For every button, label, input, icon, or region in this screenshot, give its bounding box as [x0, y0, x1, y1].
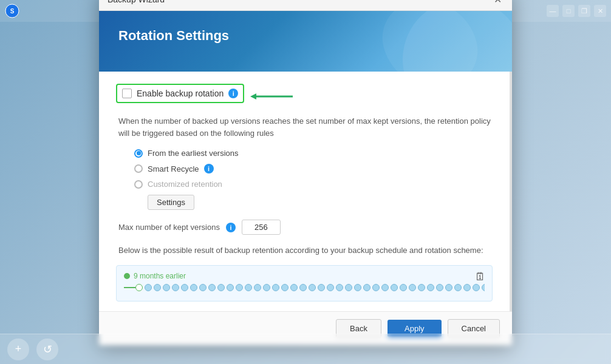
radio-row-smart-recycle: Smart Recycle i — [134, 164, 493, 174]
timeline-circle — [463, 284, 471, 291]
timeline-circle — [299, 284, 307, 291]
timeline-circle — [482, 284, 485, 291]
dialog-body: Enable backup rotation i When the number… — [99, 72, 512, 311]
timeline-circle — [208, 284, 216, 291]
backup-wizard-dialog: Backup Wizard ✕ Rotation Settings Enable… — [99, 0, 512, 345]
radio-from-earliest[interactable] — [134, 149, 143, 158]
timeline-circle — [254, 284, 261, 291]
timeline-circle — [409, 284, 416, 291]
radio-customized[interactable] — [134, 180, 143, 189]
timeline-circle — [372, 284, 380, 291]
enable-rotation-info-icon[interactable]: i — [228, 89, 238, 98]
timeline-label-text: 9 months earlier — [134, 272, 186, 280]
timeline-circle — [263, 284, 270, 291]
timeline-circle — [172, 284, 179, 291]
desktop: S — □ ❐ ✕ Backup Wizard ✕ Rotation Setti… — [0, 0, 611, 364]
timeline-circle — [345, 284, 352, 291]
timeline-circle — [281, 284, 288, 291]
timeline-circle — [327, 284, 334, 291]
max-versions-row: Max number of kept versions i — [116, 220, 493, 235]
timeline-track — [124, 284, 485, 291]
enable-rotation-label: Enable backup rotation — [137, 89, 224, 98]
add-button[interactable]: + — [7, 339, 29, 360]
timeline-circles — [135, 284, 485, 291]
timeline-circle — [318, 284, 325, 291]
settings-button[interactable]: Settings — [148, 195, 194, 210]
max-versions-input[interactable] — [242, 220, 281, 235]
settings-btn-container: Settings — [134, 195, 493, 210]
dialog-header-title: Rotation Settings — [118, 28, 493, 44]
modal-overlay: Backup Wizard ✕ Rotation Settings Enable… — [0, 0, 611, 334]
taskbar: + ↺ — [0, 334, 611, 364]
timeline-connector — [124, 287, 135, 288]
timeline-circle — [454, 284, 462, 291]
radio-label-smart-recycle: Smart Recycle — [148, 164, 199, 174]
timeline-start-dot — [124, 273, 130, 279]
dialog-title: Backup Wizard — [108, 0, 165, 4]
description-text: When the number of backed up versions re… — [116, 115, 493, 139]
timeline-label: 9 months earlier — [124, 272, 485, 280]
timeline-circle — [217, 284, 225, 291]
timeline-circle — [473, 284, 480, 291]
timeline-circle — [418, 284, 425, 291]
timeline-circle — [391, 284, 398, 291]
dialog-titlebar: Backup Wizard ✕ — [99, 0, 512, 11]
smart-recycle-info-icon[interactable]: i — [204, 164, 214, 174]
timeline-circle — [436, 284, 443, 291]
timeline-circle — [145, 284, 152, 291]
add-icon: + — [15, 343, 22, 356]
timeline-circle — [427, 284, 434, 291]
max-versions-info-icon[interactable]: i — [226, 223, 236, 232]
max-versions-label: Max number of kept versions — [118, 223, 220, 232]
radio-group: From the earliest versions Smart Recycle… — [116, 149, 493, 210]
timeline-circle — [445, 284, 452, 291]
timeline-circle — [336, 284, 343, 291]
timeline-circle — [190, 284, 197, 291]
timeline-circle — [354, 284, 361, 291]
timeline-circle — [381, 284, 389, 291]
radio-smart-recycle[interactable] — [134, 164, 143, 173]
dialog-header: Rotation Settings — [99, 11, 512, 72]
timeline-circle — [163, 284, 170, 291]
timeline-circle — [400, 284, 407, 291]
radio-label-earliest: From the earliest versions — [148, 149, 239, 158]
timeline-circle — [135, 284, 143, 291]
radio-label-customized: Customized retention — [148, 180, 222, 189]
radio-row-customized: Customized retention — [134, 180, 493, 189]
enable-rotation-checkbox-row: Enable backup rotation i — [116, 84, 244, 103]
timeline-circle — [363, 284, 370, 291]
timeline-circle — [272, 284, 279, 291]
enable-rotation-checkbox[interactable] — [122, 89, 132, 98]
timeline-circle — [181, 284, 188, 291]
timeline-circle — [154, 284, 161, 291]
timeline-circle — [199, 284, 207, 291]
timeline-circle — [245, 284, 252, 291]
radio-row-earliest: From the earliest versions — [134, 149, 493, 158]
timeline-circle — [290, 284, 298, 291]
timeline-circle — [236, 284, 243, 291]
green-arrow-icon — [250, 89, 299, 104]
timeline-circle — [309, 284, 316, 291]
dialog-close-button[interactable]: ✕ — [491, 0, 503, 5]
arrow-annotation — [250, 89, 299, 104]
history-button[interactable]: ↺ — [36, 339, 58, 360]
enable-rotation-container: Enable backup rotation i — [116, 84, 493, 109]
result-description: Below is the possible result of backup r… — [116, 244, 493, 257]
svg-marker-3 — [250, 93, 256, 99]
calendar-icon[interactable]: 🗓 — [475, 271, 486, 283]
history-icon: ↺ — [43, 343, 52, 356]
timeline-circle — [227, 284, 234, 291]
timeline-section: 🗓 9 months earlier — [116, 265, 493, 302]
